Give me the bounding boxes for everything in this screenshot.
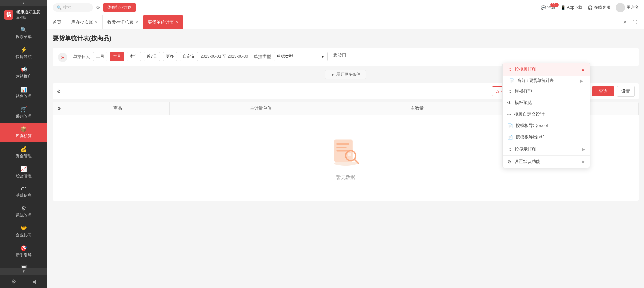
sidebar-scroll-down[interactable]: ▼ [0,268,47,275]
header-gear-icon[interactable]: ⚙ [96,4,100,11]
date-btn-last-month[interactable]: 上月 [93,52,107,61]
trial-button[interactable]: 体验行业方案 [103,3,136,12]
tab-home[interactable]: 首页 [53,15,66,29]
empty-illustration [329,135,362,169]
tab-close-all-btn[interactable]: ✕ [621,18,629,26]
operation-icon: 📈 [20,166,27,172]
settings-button[interactable]: 设置 [617,86,635,97]
sidebar-item-quick-nav[interactable]: ⚡ 快捷导航 [0,43,47,63]
sales-icon: 📊 [20,86,27,93]
col-unit-header: 主计量单位 [170,102,352,115]
dropdown-item-template-custom-left: ✏ 模板自定义设计 [507,111,545,117]
sidebar-item-basic[interactable]: 🗃 基础信息 [0,182,47,202]
settings-footer-icon[interactable]: ⚙ [11,278,16,285]
sidebar-item-label: 基础信息 [16,193,32,198]
page-content: 要货单统计表(按商品) » 单据日期 上月 本月 本年 近7天 更多 自定义 2… [47,29,644,288]
dropdown-header[interactable]: 🖨 按模板打印 ▲ [503,63,590,76]
sidebar-item-label: 经营管理 [16,173,32,179]
tab-receivable-summary-close[interactable]: × [136,20,138,25]
date-btn-this-month[interactable]: 本月 [110,52,124,61]
set-default-chevron: ▶ [582,159,585,164]
messages-badge: 99+ [550,3,559,7]
tab-order-stats-close[interactable]: × [176,20,178,25]
filter-expand-btn[interactable]: » [58,53,67,62]
dropdown-item-template-preview-left: 👁 模板预览 [507,100,532,106]
dropdown-current-text: 当前：要货单统计表 [517,78,554,84]
main-area: 🔍 搜索 ⚙ 体验行业方案 💬 消息 99+ 📱 App下载 🎧 在线客服 [47,0,644,288]
tab-inventory-batch[interactable]: 库存批次账 × [66,15,103,29]
print-icon: 🖨 [496,89,500,94]
sidebar-item-label: 快捷导航 [16,54,32,60]
dropdown-item-export-excel-left: 📄 按模板导出excel [507,123,548,129]
tab-inventory-batch-close[interactable]: × [95,20,97,25]
order-type-label: 单据类型 [254,54,271,60]
tab-receivable-summary-label: 收发存汇总表 [107,19,134,25]
date-btn-7days[interactable]: 近7天 [144,52,160,61]
query-button[interactable]: 查询 [592,86,614,96]
dropdown-set-default-label: 设置默认功能 [514,159,540,165]
dropdown-item-export-pdf-label: 按模板导出pdf [516,134,544,140]
sidebar-item-label: 营销推广 [16,74,32,79]
sidebar-item-label: 新手引导 [16,252,32,258]
dropdown-item-export-excel-label: 按模板导出excel [516,123,548,129]
date-filter-section: 单据日期 上月 本月 本年 近7天 更多 自定义 2023-06-01 至 20… [73,52,248,61]
sidebar-nav: 🔍 搜索菜单 ⚡ 快捷导航 📢 营销推广 📊 销售管理 🛒 采购管理 📦 库存核… [0,23,47,268]
svg-rect-2 [336,143,349,145]
marketing-icon: 📢 [20,66,27,73]
sidebar: ▲ 畅 畅康通好生意 标准版 🔍 搜索菜单 ⚡ 快捷导航 📢 营销推广 📊 销售… [0,0,47,288]
dropdown-set-default-left: ⚙ 设置默认功能 [507,159,540,165]
app-download-item[interactable]: 📱 App下载 [561,5,582,10]
sidebar-item-appstore[interactable]: 🔲 应用中心 [0,261,47,268]
empty-text: 暂无数据 [336,174,355,181]
table-settings-icon[interactable]: ⚙ [57,106,61,111]
dropdown-item-template-custom[interactable]: ✏ 模板自定义设计 [503,108,590,120]
order-type-value: 单据类型 [277,54,293,59]
purchase-icon: 🛒 [20,106,27,113]
col-settings-header[interactable]: ⚙ [53,102,66,115]
dropdown-item-template-preview-label: 模板预览 [515,100,532,106]
user-avatar-item[interactable]: 用户名 [616,3,639,12]
search-icon: 🔍 [57,5,62,10]
dropdown-display-print-left: 🖨 按显示打印 [507,146,536,152]
dropdown-title: 按模板打印 [515,66,536,72]
dropdown-item-export-pdf[interactable]: 📄 按模板导出pdf [503,131,590,143]
order-type-select[interactable]: 单据类型 ▼ [274,52,328,61]
dropdown-item-template-print-left: 🖨 模板打印 [507,88,532,94]
date-btn-more[interactable]: 更多 [163,52,177,61]
tab-maximize-btn[interactable]: ⛶ [631,18,639,26]
svg-point-7 [348,153,351,156]
dropdown-set-default[interactable]: ⚙ 设置默认功能 ▶ [503,155,590,168]
expand-more-button[interactable]: ▼ 展开更多条件 [325,70,366,79]
display-print-icon: 🖨 [507,147,512,152]
date-btn-custom[interactable]: 自定义 [180,52,198,61]
sidebar-item-guide[interactable]: 🎯 新手引导 [0,242,47,261]
collapse-footer-icon[interactable]: ◀ [32,278,36,285]
sidebar-scroll-up[interactable]: ▲ [0,0,47,6]
dropdown-item-template-print[interactable]: 🖨 模板打印 [503,86,590,97]
dropdown-item-export-excel[interactable]: 📄 按模板导出excel [503,120,590,131]
header-left: 🔍 搜索 ⚙ 体验行业方案 [53,3,541,12]
sidebar-item-system[interactable]: ⚙ 系统管理 [0,202,47,222]
page-title: 要货单统计表(按商品) [53,34,639,42]
column-settings-icon[interactable]: ⚙ [57,89,61,94]
online-service-item[interactable]: 🎧 在线客服 [588,5,610,10]
sidebar-item-enterprise[interactable]: 🤝 企业协同 [0,222,47,242]
messages-item[interactable]: 💬 消息 99+ [541,5,555,10]
tab-order-stats[interactable]: 要货单统计表 × [143,15,183,29]
sidebar-item-operation[interactable]: 📈 经营管理 [0,162,47,182]
sidebar-item-search[interactable]: 🔍 搜索菜单 [0,23,47,43]
sidebar-item-label: 企业协同 [16,232,32,238]
eye-icon: 👁 [507,100,512,105]
sidebar-item-label: 库存核算 [16,133,32,139]
date-btn-this-year[interactable]: 本年 [127,52,141,61]
tab-receivable-summary[interactable]: 收发存汇总表 × [103,15,143,29]
sidebar-item-inventory[interactable]: 📦 库存核算 [0,123,47,142]
dropdown-display-print[interactable]: 🖨 按显示打印 ▶ [503,143,590,155]
sidebar-item-purchase[interactable]: 🛒 采购管理 [0,103,47,123]
header-search-box[interactable]: 🔍 搜索 [53,3,93,12]
sidebar-item-finance[interactable]: 💰 资金管理 [0,142,47,162]
sidebar-item-label: 系统管理 [16,213,32,218]
dropdown-item-template-preview[interactable]: 👁 模板预览 [503,97,590,108]
sidebar-item-sales[interactable]: 📊 销售管理 [0,83,47,103]
sidebar-item-marketing[interactable]: 📢 营销推广 [0,63,47,83]
